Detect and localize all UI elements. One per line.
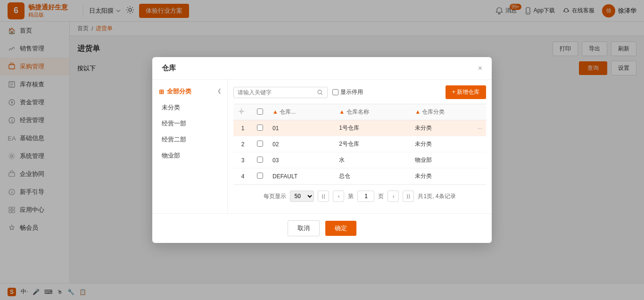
table-row[interactable]: 2 02 2号仓库 未分类: [233, 136, 486, 152]
warehouse-dialog: 仓库 × ⊞ 全部分类 《 未分类 经营一部 经营二部: [152, 57, 492, 243]
category-item-unclassified[interactable]: 未分类: [152, 100, 227, 116]
search-box: [233, 87, 328, 98]
table-panel: 显示停用 + 新增仓库: [228, 80, 492, 213]
row-code: 02: [268, 136, 334, 152]
category-item-property[interactable]: 物业部: [152, 148, 227, 164]
confirm-button[interactable]: 确定: [325, 221, 356, 236]
col-name: ▲ 仓库名称: [334, 104, 410, 120]
svg-point-16: [240, 110, 242, 112]
dialog-footer: 取消 确定: [152, 213, 492, 243]
category-panel: ⊞ 全部分类 《 未分类 经营一部 经营二部 物业部: [152, 80, 228, 213]
last-page-btn[interactable]: ⟩⟩: [403, 191, 414, 202]
row-code: DEFAULT: [268, 168, 334, 184]
dialog-close-button[interactable]: ×: [478, 64, 482, 73]
row-category: 未分类: [410, 136, 486, 152]
prev-page-btn[interactable]: ‹: [333, 191, 344, 202]
row-settings: 4: [233, 168, 252, 184]
col-code: ▲ 仓库...: [268, 104, 334, 120]
select-all-checkbox[interactable]: [257, 108, 263, 115]
table-row[interactable]: 1 01 1号仓库 未分类···: [233, 120, 486, 136]
row-settings: 3: [233, 152, 252, 168]
pagination: 每页显示 50 100 ⟨⟨ ‹ 第 页 › ⟩⟩ 共1页, 4条记录: [233, 184, 486, 208]
next-page-btn[interactable]: ›: [388, 191, 399, 202]
row-settings: 1: [233, 120, 252, 136]
row-code: 01: [268, 120, 334, 136]
row-name: 1号仓库: [334, 120, 410, 136]
row-checkbox[interactable]: [252, 152, 268, 168]
category-item-dept2[interactable]: 经营二部: [152, 132, 227, 148]
category-collapse-btn[interactable]: 《: [215, 88, 221, 96]
dialog-body: ⊞ 全部分类 《 未分类 经营一部 经营二部 物业部: [152, 80, 492, 213]
page-input[interactable]: [357, 191, 374, 202]
row-name: 总仓: [334, 168, 410, 184]
row-category: 未分类: [410, 168, 486, 184]
col-category: ▲ 仓库分类: [410, 104, 486, 120]
table-container: ▲ 仓库... ▲ 仓库名称 ▲ 仓库分类: [233, 104, 486, 184]
page-size-select[interactable]: 50 100: [290, 191, 314, 202]
row-checkbox[interactable]: [252, 136, 268, 152]
row-settings: 2: [233, 136, 252, 152]
table-toolbar: 显示停用 + 新增仓库: [233, 85, 486, 99]
search-icon: [317, 89, 323, 96]
row-name: 水: [334, 152, 410, 168]
dialog-header: 仓库 ×: [152, 57, 492, 80]
row-checkbox[interactable]: [252, 120, 268, 136]
col-settings: [233, 104, 252, 120]
table-row[interactable]: 3 03 水 物业部: [233, 152, 486, 168]
table-body: 1 01 1号仓库 未分类··· 2 02 2号仓库 未分类 3 03 水 物业…: [233, 120, 486, 184]
modal-overlay[interactable]: 仓库 × ⊞ 全部分类 《 未分类 经营一部 经营二部: [0, 0, 644, 300]
row-category: 物业部: [410, 152, 486, 168]
table-header-row: ▲ 仓库... ▲ 仓库名称 ▲ 仓库分类: [233, 104, 486, 120]
category-all[interactable]: ⊞ 全部分类 《: [152, 83, 227, 100]
category-item-dept1[interactable]: 经营一部: [152, 116, 227, 132]
row-actions[interactable]: ···: [478, 125, 482, 132]
show-disabled-checkbox[interactable]: 显示停用: [332, 88, 363, 96]
svg-point-15: [318, 90, 322, 94]
first-page-btn[interactable]: ⟨⟨: [318, 191, 329, 202]
dialog-title: 仓库: [162, 64, 176, 73]
new-warehouse-button[interactable]: + 新增仓库: [446, 85, 486, 99]
search-input[interactable]: [238, 89, 317, 96]
row-name: 2号仓库: [334, 136, 410, 152]
table-row[interactable]: 4 DEFAULT 总仓 未分类: [233, 168, 486, 184]
warehouse-table: ▲ 仓库... ▲ 仓库名称 ▲ 仓库分类: [233, 104, 486, 184]
row-category: 未分类···: [410, 120, 486, 136]
row-code: 03: [268, 152, 334, 168]
col-checkbox: [252, 104, 268, 120]
row-checkbox[interactable]: [252, 168, 268, 184]
cancel-button[interactable]: 取消: [288, 220, 320, 236]
